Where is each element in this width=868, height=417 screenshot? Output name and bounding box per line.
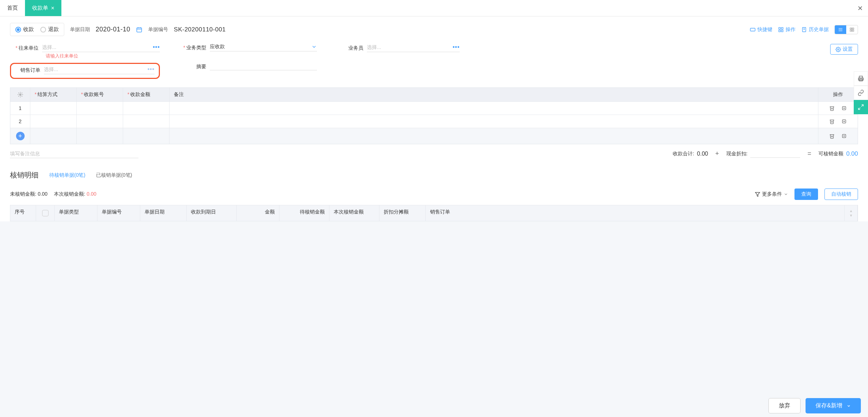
col-date: 单据日期 <box>140 205 187 221</box>
svg-rect-19 <box>850 30 852 31</box>
sort-down-icon[interactable]: ▼ <box>849 213 853 217</box>
svg-marker-32 <box>755 192 760 196</box>
account-cell[interactable] <box>77 102 123 115</box>
select-all-checkbox[interactable] <box>42 210 49 216</box>
history-button[interactable]: 历史单据 <box>801 26 829 33</box>
document-icon <box>801 27 807 32</box>
close-icon[interactable]: × <box>51 5 54 11</box>
biztype-field: 业务类型 <box>178 44 317 51</box>
col-amount: 金额 <box>237 205 279 221</box>
side-print-icon[interactable] <box>854 71 868 86</box>
side-expand-icon[interactable] <box>854 100 868 114</box>
amount-cell[interactable] <box>123 102 170 115</box>
date-label: 单据日期 <box>70 26 90 33</box>
method-cell[interactable] <box>30 102 77 115</box>
copy-icon[interactable] <box>841 133 847 139</box>
page-close-icon[interactable]: × <box>858 3 863 13</box>
add-row-button[interactable]: + <box>16 132 25 140</box>
salesman-input[interactable] <box>367 44 453 50</box>
plus-sign: + <box>715 150 719 157</box>
tab-pending[interactable]: 待核销单据(0笔) <box>49 171 85 180</box>
settings-button[interactable]: 设置 <box>830 44 858 55</box>
col-type: 单据类型 <box>55 205 97 221</box>
gear-icon <box>17 92 23 97</box>
svg-rect-18 <box>852 28 854 29</box>
svg-rect-0 <box>137 27 142 32</box>
view-list-icon[interactable] <box>835 25 846 34</box>
svg-point-22 <box>20 94 21 95</box>
sort-up-icon[interactable]: ▲ <box>849 209 853 213</box>
radio-refund[interactable]: 退款 <box>40 26 59 33</box>
summary-input[interactable] <box>210 63 317 69</box>
copy-icon[interactable] <box>841 119 847 124</box>
sort-control[interactable]: ▲ ▼ <box>845 205 858 221</box>
tab-done[interactable]: 已核销单据(0笔) <box>96 171 132 180</box>
gear-icon <box>836 47 841 52</box>
more-icon[interactable]: ••• <box>153 44 160 50</box>
filter-icon <box>755 192 760 197</box>
party-input[interactable] <box>42 44 153 50</box>
calendar-icon[interactable] <box>136 26 142 33</box>
cash-discount-input[interactable] <box>750 150 800 158</box>
radio-receipt[interactable]: 收款 <box>15 26 34 33</box>
chevron-down-icon <box>784 192 788 196</box>
account-cell[interactable] <box>77 115 123 128</box>
actions-header: 操作 <box>818 88 858 101</box>
view-card-icon[interactable] <box>846 25 858 34</box>
party-error-text: 请输入往来单位 <box>10 53 160 59</box>
remark-cell[interactable] <box>170 115 818 128</box>
svg-rect-20 <box>852 30 854 31</box>
gear-column-header[interactable] <box>10 88 30 101</box>
amount-cell[interactable] <box>123 115 170 128</box>
operation-button[interactable]: 操作 <box>778 26 796 33</box>
more-conditions-button[interactable]: 更多条件 <box>755 191 788 197</box>
delete-icon[interactable] <box>829 119 835 124</box>
form-row-2: 销售订单 ••• 摘要 <box>0 63 868 82</box>
amount-header: 收款金额 <box>123 88 170 101</box>
col-this-amount: 本次核销金额 <box>329 205 379 221</box>
remark-input[interactable] <box>10 149 138 158</box>
verifiable-label: 可核销金额 <box>818 151 843 157</box>
verification-section: 核销明细 待核销单据(0笔) 已核销单据(0笔) 未核销金额: 0.00 本次核… <box>0 167 868 221</box>
salesman-label: 业务员 <box>335 45 367 51</box>
side-buttons <box>854 71 868 114</box>
side-link-icon[interactable] <box>854 86 868 100</box>
transaction-type-group: 收款 退款 <box>10 23 64 36</box>
tab-home[interactable]: 首页 <box>0 0 25 16</box>
more-icon[interactable]: ••• <box>453 44 460 50</box>
form-row-1: 往来单位 ••• 请输入往来单位 业务类型 业务员 ••• 设置 <box>0 40 868 63</box>
remark-cell[interactable] <box>170 102 818 115</box>
method-cell[interactable] <box>30 115 77 128</box>
salesorder-label: 销售订单 <box>12 67 44 74</box>
delete-icon[interactable] <box>829 133 835 139</box>
table-header: 结算方式 收款账号 收款金额 备注 操作 <box>10 88 858 101</box>
biztype-label: 业务类型 <box>178 45 210 51</box>
copy-icon[interactable] <box>841 105 847 111</box>
verification-table: 序号 单据类型 单据编号 单据日期 收款到期日 金额 待核销金额 本次核销金额 … <box>10 205 858 221</box>
unverified-amount: 未核销金额: 0.00 <box>10 191 47 197</box>
svg-rect-7 <box>779 27 781 29</box>
summary-row: 收款合计: 0.00 + 现金折扣: = 可核销金额 0.00 <box>0 144 868 167</box>
col-seq: 序号 <box>10 205 36 221</box>
party-label: 往来单位 <box>10 45 42 51</box>
tab-receipt-label: 收款单 <box>32 5 48 11</box>
col-salesorder: 销售订单 <box>426 205 845 221</box>
remark-header: 备注 <box>170 88 818 101</box>
svg-line-37 <box>858 108 860 110</box>
chevron-down-icon[interactable] <box>311 44 317 50</box>
top-controls: 收款 退款 单据日期 2020-01-10 单据编号 SK-20200110-0… <box>0 16 868 40</box>
salesorder-input[interactable] <box>44 66 147 72</box>
summary-label: 摘要 <box>178 64 210 70</box>
table-row: 2 <box>10 115 858 128</box>
query-button[interactable]: 查询 <box>794 189 818 200</box>
sales-order-highlight: 销售订单 ••• <box>10 63 160 79</box>
delete-icon[interactable] <box>829 105 835 111</box>
shortcut-button[interactable]: 快捷键 <box>750 26 772 33</box>
svg-line-36 <box>862 105 863 106</box>
auto-verify-button[interactable]: 自动核销 <box>824 189 858 200</box>
date-value[interactable]: 2020-01-10 <box>96 26 130 33</box>
tab-receipt[interactable]: 收款单 × <box>25 0 61 16</box>
more-icon[interactable]: ••• <box>147 66 155 72</box>
biztype-input[interactable] <box>210 44 311 50</box>
svg-rect-33 <box>859 76 863 78</box>
